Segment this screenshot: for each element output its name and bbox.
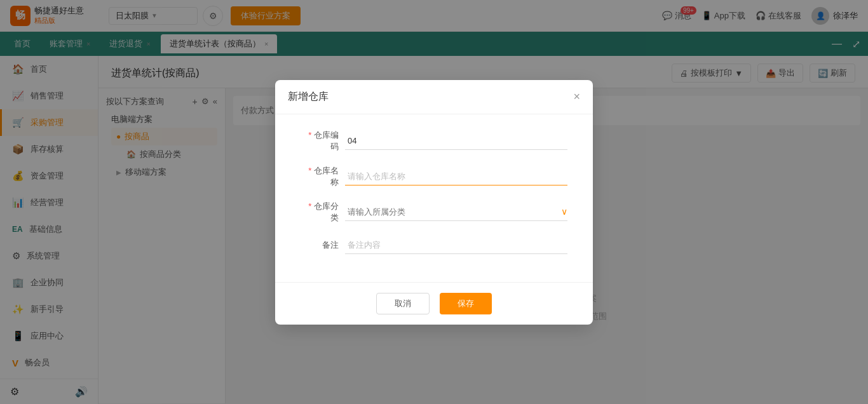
modal-title: 新增仓库 [288, 90, 329, 104]
warehouse-remark-label: 备注 [301, 239, 345, 251]
modal-footer: 取消 保存 [275, 282, 593, 325]
warehouse-category-select-row: ∨ [345, 203, 567, 221]
warehouse-category-input[interactable] [345, 203, 561, 220]
warehouse-remark-input[interactable] [345, 236, 567, 254]
warehouse-category-row: 仓库分类 ∨ [301, 201, 567, 224]
cancel-button[interactable]: 取消 [376, 293, 430, 314]
modal-overlay[interactable]: 新增仓库 × 仓库编码 仓库名称 仓库分类 ∨ [0, 0, 868, 404]
new-warehouse-modal: 新增仓库 × 仓库编码 仓库名称 仓库分类 ∨ [275, 80, 593, 325]
save-button[interactable]: 保存 [440, 293, 492, 314]
category-dropdown-arrow[interactable]: ∨ [561, 206, 567, 217]
modal-body: 仓库编码 仓库名称 仓库分类 ∨ 备注 [275, 114, 593, 282]
warehouse-name-label: 仓库名称 [301, 165, 345, 188]
warehouse-remark-row: 备注 [301, 236, 567, 254]
warehouse-category-label: 仓库分类 [301, 201, 345, 224]
warehouse-code-label: 仓库编码 [301, 130, 345, 152]
warehouse-name-input[interactable] [345, 168, 567, 185]
warehouse-code-row: 仓库编码 [301, 130, 567, 152]
modal-header: 新增仓库 × [275, 80, 593, 114]
warehouse-code-input[interactable] [345, 132, 567, 150]
warehouse-name-row: 仓库名称 [301, 165, 567, 188]
modal-close-button[interactable]: × [573, 91, 580, 102]
